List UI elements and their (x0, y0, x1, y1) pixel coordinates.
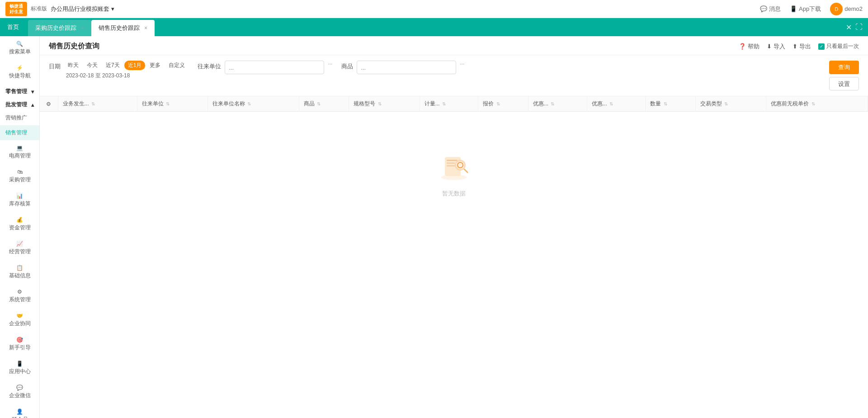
col-quantity[interactable]: 数量 ⇅ (646, 96, 696, 112)
col-discount2[interactable]: 优惠... ⇅ (587, 96, 646, 112)
message-button[interactable]: 💬 消息 (760, 5, 781, 13)
app-logo: 畅捷通 好生意 (5, 2, 27, 16)
col-quote[interactable]: 报价 ⇅ (478, 96, 528, 112)
inventory-icon: 📊 (16, 193, 23, 199)
only-latest-checkbox[interactable]: ✓ 只看最后一次 (818, 43, 859, 50)
sidebar-item-purchase[interactable]: 🛍 采购管理 (0, 164, 39, 188)
sort-icon: ⇅ (664, 101, 667, 106)
top-bar-left: 畅捷通 好生意 标准版 办公用品行业模拟账套 ▾ (5, 2, 114, 16)
sidebar-item-operations[interactable]: 📈 经营管理 (0, 236, 39, 260)
date-filter-options: 昨天 今天 近7天 近1月 更多 自定义 2023-02-18 至 2023-0… (64, 61, 189, 80)
sort-icon: ⇅ (551, 101, 554, 106)
svg-rect-2 (447, 160, 458, 161)
sidebar-item-retail-mgmt[interactable]: 零售管理 ▾ (0, 84, 39, 97)
sort-icon: ⇅ (317, 101, 321, 106)
chevron-down-icon: ▾ (31, 89, 34, 95)
col-biz-date[interactable]: 业务发生... ⇅ (58, 96, 137, 112)
setting-button[interactable]: 设置 (829, 77, 859, 90)
top-bar: 畅捷通 好生意 标准版 办公用品行业模拟账套 ▾ 💬 消息 📱 App下载 D … (0, 0, 868, 18)
sidebar-item-new-guide[interactable]: 🎯 新手引导 (0, 332, 39, 356)
content-area: 销售历史价查询 ❓ 帮助 ⬇ 导入 ⬆ 导出 ✓ (40, 36, 868, 418)
sidebar-item-marketing[interactable]: 营销推广 (0, 110, 39, 125)
tab-sales-history[interactable]: 销售历史价跟踪 × (91, 20, 155, 36)
account-selector[interactable]: 办公用品行业模拟账套 ▾ (51, 5, 114, 13)
col-partner-name[interactable]: 往来单位名称 ⇅ (208, 96, 299, 112)
sidebar-item-sales-mgmt[interactable]: 销售管理 (0, 125, 39, 140)
sidebar-item-basic-info[interactable]: 📋 基础信息 (0, 260, 39, 284)
date-range-display: 2023-02-18 至 2023-03-18 (64, 72, 189, 80)
partner-more-icon[interactable]: ··· (328, 61, 332, 67)
date-opt-yesterday[interactable]: 昨天 (64, 61, 82, 70)
col-pre-tax-price[interactable]: 优惠前无税单价 ⇅ (766, 96, 868, 112)
member-icon: 👤 (16, 408, 23, 415)
col-partner-code[interactable]: 往来单位 ⇅ (137, 96, 208, 112)
sidebar-item-search-menu[interactable]: 🔍 搜索菜单 (0, 36, 39, 60)
close-all-icon[interactable]: ✕ (846, 23, 852, 32)
empty-text: 暂无数据 (442, 190, 466, 198)
chevron-up-icon: ▴ (31, 102, 34, 108)
user-menu[interactable]: D demo2 (830, 3, 863, 15)
tab-purchase-history[interactable]: 采购历史价跟踪 × (28, 20, 91, 36)
date-opt-last1month[interactable]: 近1月 (124, 61, 146, 70)
page-header: 销售历史价查询 ❓ 帮助 ⬇ 导入 ⬆ 导出 ✓ (40, 36, 868, 55)
sidebar-item-ecommerce[interactable]: 💻 电商管理 (0, 140, 39, 164)
sidebar-item-system[interactable]: ⚙ 系统管理 (0, 284, 39, 308)
query-button[interactable]: 查询 (829, 61, 859, 74)
date-opt-last7days[interactable]: 近7天 (102, 61, 123, 70)
system-icon: ⚙ (17, 289, 22, 295)
sidebar-item-enterprise-wechat[interactable]: 💬 企业微信 (0, 380, 39, 404)
table-header-row: ⚙ 业务发生... ⇅ 往来单位 ⇅ 往来单位名称 ⇅ (40, 96, 868, 112)
export-button[interactable]: ⬆ 导出 (793, 43, 811, 51)
ecommerce-icon: 💻 (16, 145, 23, 151)
data-table: ⚙ 业务发生... ⇅ 往来单位 ⇅ 往来单位名称 ⇅ (40, 96, 868, 112)
svg-rect-3 (447, 162, 455, 164)
svg-line-7 (464, 169, 467, 172)
sidebar-item-inventory[interactable]: 📊 库存核算 (0, 188, 39, 212)
partner-filter-label: 往来单位 (198, 61, 221, 71)
date-opt-today[interactable]: 今天 (83, 61, 101, 70)
app-download-button[interactable]: 📱 App下载 (790, 5, 821, 13)
sort-icon: ⇅ (442, 101, 446, 106)
product-more-icon[interactable]: ··· (460, 61, 464, 67)
sidebar-item-wholesale-mgmt[interactable]: 批发管理 ▴ (0, 97, 39, 110)
date-filter-group: 日期 昨天 今天 近7天 近1月 更多 自定义 2023-02-18 至 202… (49, 61, 189, 80)
sort-icon: ⇅ (724, 101, 728, 106)
help-icon: ❓ (739, 43, 746, 50)
phone-icon: 📱 (790, 5, 797, 12)
checkbox-checked-icon: ✓ (818, 43, 825, 50)
tab-close-sales[interactable]: × (144, 25, 147, 31)
sidebar-item-quick-nav[interactable]: ⚡ 快捷导航 (0, 60, 39, 84)
help-button[interactable]: ❓ 帮助 (739, 43, 760, 51)
date-opt-custom[interactable]: 自定义 (165, 61, 189, 70)
sort-icon: ⇅ (91, 101, 95, 106)
date-opt-more[interactable]: 更多 (146, 61, 164, 70)
sidebar: 🔍 搜索菜单 ⚡ 快捷导航 零售管理 ▾ 批发管理 ▴ 营销推广 销售管理 💻 … (0, 36, 40, 418)
col-unit[interactable]: 计量... ⇅ (420, 96, 478, 112)
product-filter-label: 商品 (341, 61, 353, 71)
tab-close-purchase[interactable]: × (81, 25, 84, 31)
col-product[interactable]: 商品 ⇅ (299, 96, 349, 112)
sidebar-item-member[interactable]: 👤 畅会员 (0, 404, 39, 418)
app-center-icon: 📱 (16, 361, 23, 367)
import-button[interactable]: ⬇ 导入 (767, 43, 785, 51)
sort-icon: ⇅ (166, 101, 170, 106)
operations-icon: 📈 (16, 241, 23, 247)
fullscreen-icon[interactable]: ⛶ (855, 23, 863, 31)
top-bar-right: 💬 消息 📱 App下载 D demo2 (760, 3, 863, 15)
collab-icon: 🤝 (16, 313, 23, 319)
col-trade-type[interactable]: 交易类型 ⇅ (696, 96, 766, 112)
tab-home[interactable]: 首页 (0, 18, 26, 36)
page-header-actions: ❓ 帮助 ⬇ 导入 ⬆ 导出 ✓ 只看最后一次 (739, 43, 859, 51)
sidebar-item-app-center[interactable]: 📱 应用中心 (0, 356, 39, 380)
product-input[interactable] (357, 61, 456, 74)
sidebar-item-enterprise-collab[interactable]: 🤝 企业协同 (0, 308, 39, 332)
purchase-icon: 🛍 (17, 169, 23, 175)
sidebar-item-finance[interactable]: 💰 资金管理 (0, 212, 39, 236)
col-discount1[interactable]: 优惠... ⇅ (528, 96, 587, 112)
sort-icon: ⇅ (609, 101, 613, 106)
partner-input[interactable] (225, 61, 324, 74)
quick-nav-icon: ⚡ (16, 65, 23, 71)
col-settings[interactable]: ⚙ (40, 96, 58, 112)
guide-icon: 🎯 (16, 337, 23, 343)
col-spec[interactable]: 规格型号 ⇅ (349, 96, 420, 112)
